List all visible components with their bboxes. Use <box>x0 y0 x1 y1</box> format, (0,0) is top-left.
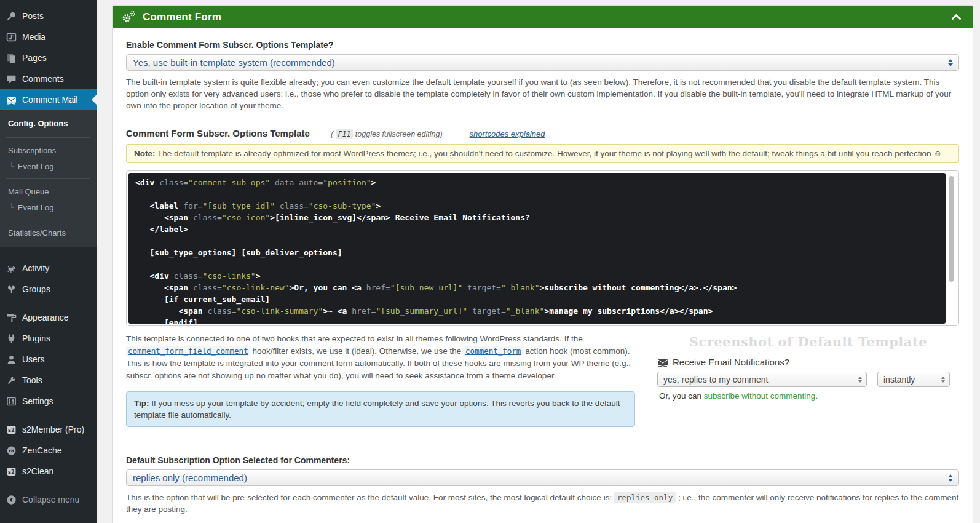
sidebar-item-label: ZenCache <box>22 445 62 455</box>
sidebar-item-subscriptions-event-log[interactable]: └Event Log <box>0 159 97 174</box>
enable-template-select[interactable]: Yes, use built-in template system (recom… <box>126 54 959 71</box>
sidebar-item-label: Media <box>22 32 45 42</box>
subscribe-without-commenting-link[interactable]: subscribe without commenting. <box>704 391 818 401</box>
enable-template-select-value: Yes, use built-in template system (recom… <box>133 57 335 68</box>
sidebar-item-label: Users <box>22 354 45 364</box>
s2-badge-icon: s2 <box>6 425 17 435</box>
enable-template-label: Enable Comment Form Subscr. Options Temp… <box>126 40 959 50</box>
sliders-icon <box>6 396 17 407</box>
preview-question: Receive Email Notifications? <box>673 357 789 367</box>
collapse-arrow-icon <box>6 495 17 505</box>
media-icon <box>6 32 17 42</box>
branch-icon: └ <box>9 162 14 171</box>
sidebar-item-media[interactable]: Media <box>0 26 97 47</box>
collapse-menu-button[interactable]: Collapse menu <box>0 489 97 510</box>
comment-form-link[interactable]: comment_form <box>464 346 523 356</box>
sidebar-item-mail-queue[interactable]: Mail Queue <box>0 183 97 200</box>
paintbrush-icon <box>6 313 17 323</box>
svg-text:s2: s2 <box>8 469 15 475</box>
speech-bubble-icon <box>6 74 17 84</box>
sidebar-item-subscriptions[interactable]: Subscriptions <box>0 142 97 159</box>
sidebar-item-label: Collapse menu <box>22 495 79 505</box>
sidebar-item-plugins[interactable]: Plugins <box>0 328 97 349</box>
code-editor-content[interactable]: <div class="comment-sub-ops" data-auto="… <box>128 173 946 324</box>
note-text: The default template is already optimize… <box>156 149 942 158</box>
note-label: Note: <box>134 149 156 158</box>
sidebar-item-label: Appearance <box>22 313 69 322</box>
submenu-divider <box>6 137 90 138</box>
template-heading: Comment Form Subscr. Options Template <box>126 128 310 138</box>
default-option-label: Default Subscription Option Selected for… <box>126 455 959 465</box>
editor-scrollbar <box>946 173 957 324</box>
sidebar-item-label: Settings <box>22 396 53 406</box>
sidebar-item-label: s2Member (Pro) <box>22 425 84 434</box>
sidebar-item-zencache[interactable]: ZenCache <box>0 440 97 461</box>
shortcodes-explained-link[interactable]: shortcodes explained <box>470 129 545 138</box>
sidebar-item-appearance[interactable]: Appearance <box>0 307 97 328</box>
preview-subscription-type-select[interactable]: yes, replies to my comment <box>657 372 867 387</box>
sidebar-item-groups[interactable]: Groups <box>0 279 97 300</box>
sidebar-item-posts[interactable]: Posts <box>0 6 97 26</box>
select-arrows-icon <box>948 474 953 482</box>
default-option-description: This is the option that will be pre-sele… <box>126 492 959 515</box>
below-editor-columns: This template is connected to one of two… <box>126 333 959 427</box>
pages-icon <box>6 53 17 63</box>
sidebar-item-tools[interactable]: Tools <box>0 370 97 391</box>
preview-delivery-select[interactable]: instantly <box>877 372 950 387</box>
replies-only-code: replies only <box>614 492 676 503</box>
comment-form-field-comment-link[interactable]: comment_form_field_comment <box>126 346 250 356</box>
tip-box: Tip: If you mess up your template by acc… <box>126 391 635 427</box>
sidebar-item-mail-queue-event-log[interactable]: └Event Log <box>0 200 97 215</box>
svg-text:s2: s2 <box>8 427 15 433</box>
menu-gap <box>0 300 97 307</box>
hooks-description: This template is connected to one of two… <box>126 333 635 382</box>
content-area: Comment Form Enable Comment Form Subscr.… <box>97 0 980 523</box>
submenu-divider <box>6 220 90 220</box>
person-icon <box>6 354 17 365</box>
ant-icon <box>6 263 17 274</box>
sidebar-item-label: Activity <box>22 263 49 273</box>
template-preview-column: Screenshot of Default Template Receive E… <box>657 333 959 427</box>
fullscreen-hint: ( F11 toggles fullscreen editing) <box>331 130 443 138</box>
note-box: Note: The default template is already op… <box>126 144 959 163</box>
default-option-select-value: replies only (recommended) <box>133 473 247 483</box>
sidebar-item-pages[interactable]: Pages <box>0 47 97 68</box>
envelope-icon <box>6 95 17 105</box>
sidebar-item-s2member[interactable]: s2 s2Member (Pro) <box>0 419 97 440</box>
editor-scrollbar-thumb[interactable] <box>949 176 954 282</box>
preview-question-row: Receive Email Notifications? <box>657 357 959 367</box>
sidebar-item-settings[interactable]: Settings <box>0 391 97 412</box>
sidebar-item-comments[interactable]: Comments <box>0 68 97 89</box>
sidebar-item-comment-mail[interactable]: Comment Mail <box>0 89 97 110</box>
template-heading-row: Comment Form Subscr. Options Template ( … <box>126 128 959 138</box>
sidebar-item-config-options[interactable]: Config. Options <box>0 114 97 133</box>
collapse-panel-button[interactable] <box>949 11 964 23</box>
f11-key: F11 <box>336 129 354 139</box>
default-option-field: Default Subscription Option Selected for… <box>126 455 959 515</box>
sidebar-item-statistics-charts[interactable]: Statistics/Charts <box>0 225 97 241</box>
hooks-column: This template is connected to one of two… <box>126 333 635 427</box>
sidebar-item-label: s2Clean <box>22 466 53 476</box>
wrench-icon <box>6 375 17 386</box>
sidebar-item-users[interactable]: Users <box>0 349 97 370</box>
sidebar-item-label: Plugins <box>22 333 50 343</box>
default-option-select[interactable]: replies only (recommended) <box>126 469 959 486</box>
wings-icon <box>6 284 17 295</box>
tip-label: Tip: <box>134 399 149 408</box>
enable-template-description: The built-in template system is quite fl… <box>126 76 959 111</box>
sidebar-item-label: Comment Mail <box>22 95 77 105</box>
admin-sidebar: Posts Media Pages Comments Comment Mail <box>0 0 97 523</box>
comment-mail-submenu: Config. Options Subscriptions └Event Log… <box>0 110 97 247</box>
pin-icon <box>6 11 17 22</box>
panel-body: Enable Comment Form Subscr. Options Temp… <box>113 28 973 523</box>
sidebar-item-activity[interactable]: Activity <box>0 258 97 279</box>
select-arrows-icon <box>941 377 945 383</box>
s2-badge-icon: s2 <box>6 466 17 477</box>
tip-text: If you mess up your template by accident… <box>134 399 620 420</box>
sidebar-item-label: Tools <box>22 375 42 385</box>
panel-title: Comment Form <box>143 11 221 23</box>
template-code-editor: <div class="comment-sub-ops" data-auto="… <box>126 170 959 326</box>
sidebar-item-s2clean[interactable]: s2 s2Clean <box>0 461 97 482</box>
sidebar-item-label: Posts <box>22 11 44 21</box>
gears-icon <box>121 10 137 23</box>
